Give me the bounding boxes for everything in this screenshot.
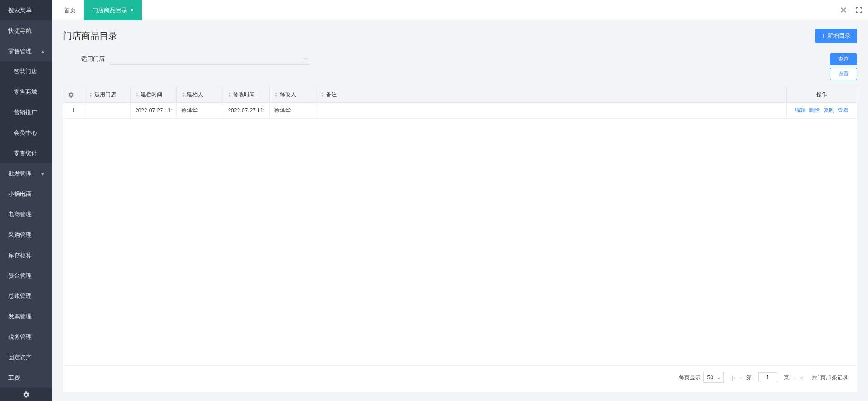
fullscreen-button[interactable] <box>853 5 864 15</box>
row-modifier[interactable]: 徐泽华 <box>269 103 316 119</box>
sidebar-item-label: 智慧门店 <box>14 68 37 75</box>
caret-down-icon: ▼ <box>40 163 45 184</box>
sidebar-item-label: 发票管理 <box>8 313 32 320</box>
main: 首页 门店商品目录 × 门店商品目录 + 新增目录 <box>52 0 868 401</box>
col-created-header[interactable]: ▲▼建档时间 <box>131 87 177 103</box>
sidebar-item-inventory[interactable]: 库存核算 <box>0 245 52 265</box>
sidebar-item-label: 工资 <box>8 374 20 381</box>
sidebar-item-label: 零售商城 <box>14 88 37 95</box>
sidebar-item-fixed-assets[interactable]: 固定资产 <box>0 347 52 367</box>
row-index: 1 <box>63 103 84 119</box>
sidebar-item-label: 资金管理 <box>8 272 32 279</box>
filter-lookup-icon[interactable]: ··· <box>301 55 308 63</box>
per-page-label: 每页显示 <box>679 374 701 381</box>
tab-store-catalog[interactable]: 门店商品目录 × <box>84 0 142 20</box>
tabs-bar: 首页 门店商品目录 × <box>52 0 868 20</box>
page-prefix: 第 <box>746 374 752 381</box>
sidebar-item-quick-nav[interactable]: 快捷导航 <box>0 20 52 41</box>
catalog-table: ▲▼适用门店 ▲▼建档时间 ▲▼建档人 ▲▼修改时间 ▲▼修改人 ▲▼备注 操作… <box>63 87 857 119</box>
add-catalog-button[interactable]: + 新增目录 <box>815 29 857 43</box>
sidebar-item-retail-mall[interactable]: 零售商城 <box>0 82 52 102</box>
pagination: 每页显示 50 ⌄ |‹ ‹ 第 页 › ›| 共1页, 1条记录 <box>63 365 857 392</box>
sidebar-item-label: 批发管理 <box>8 170 32 177</box>
sidebar-item-wholesale[interactable]: 批发管理 ▼ <box>0 163 52 184</box>
next-page-button[interactable]: › <box>794 374 795 381</box>
sidebar-item-label: 固定资产 <box>8 354 32 361</box>
table-row[interactable]: 1 2022-07-27 11: 徐泽华 2022-07-27 11: 徐泽华 … <box>63 103 857 119</box>
sidebar-item-label: 营销推广 <box>14 109 37 116</box>
sidebar-item-invoice[interactable]: 发票管理 <box>0 306 52 327</box>
sidebar-item-label: 快捷导航 <box>8 27 32 34</box>
page-suffix: 页 <box>784 374 789 381</box>
col-settings-header[interactable] <box>63 87 84 103</box>
sidebar-item-label: 零售统计 <box>14 150 37 156</box>
edit-link[interactable]: 编辑 <box>795 107 806 113</box>
filter-row: 适用门店 ··· 查询 设置 <box>52 49 868 87</box>
sidebar: 搜索菜单 快捷导航 零售管理 ▲ 智慧门店 零售商城 营销推广 会员中心 零售统… <box>0 0 52 401</box>
tab-close-icon[interactable]: × <box>130 7 134 13</box>
sidebar-item-finance[interactable]: 资金管理 <box>0 265 52 286</box>
first-page-button[interactable]: |‹ <box>732 374 736 381</box>
sidebar-item-label: 电商管理 <box>8 211 32 218</box>
sidebar-item-smart-store[interactable]: 智慧门店 <box>0 61 52 82</box>
row-store <box>84 103 131 119</box>
sidebar-item-label: 零售管理 <box>8 48 32 54</box>
col-label: 建档时间 <box>141 91 162 98</box>
row-note <box>316 103 786 119</box>
filter-store-label: 适用门店 <box>81 55 105 63</box>
settings-button[interactable]: 设置 <box>830 68 857 80</box>
sidebar-item-retail-mgmt[interactable]: 零售管理 ▲ <box>0 41 52 61</box>
delete-link[interactable]: 删除 <box>809 107 820 113</box>
sidebar-item-label: 搜索菜单 <box>8 7 32 14</box>
sort-icon: ▲▼ <box>228 92 231 98</box>
chevron-down-icon: ⌄ <box>717 375 721 380</box>
sidebar-item-xiaochang-ec[interactable]: 小畅电商 <box>0 184 52 204</box>
view-link[interactable]: 查看 <box>838 107 848 113</box>
col-modified-header[interactable]: ▲▼修改时间 <box>223 87 269 103</box>
sidebar-item-member-center[interactable]: 会员中心 <box>0 122 52 143</box>
button-label: 新增目录 <box>827 32 851 40</box>
sidebar-item-marketing[interactable]: 营销推广 <box>0 102 52 122</box>
sort-icon: ▲▼ <box>321 92 324 98</box>
sidebar-item-purchase-mgmt[interactable]: 采购管理 <box>0 225 52 245</box>
caret-up-icon: ▲ <box>40 41 45 61</box>
sidebar-item-label: 会员中心 <box>14 129 37 136</box>
sort-icon: ▲▼ <box>89 92 93 98</box>
copy-link[interactable]: 复制 <box>824 107 834 113</box>
col-store-header[interactable]: ▲▼适用门店 <box>84 87 131 103</box>
col-creator-header[interactable]: ▲▼建档人 <box>177 87 223 103</box>
table-wrap: ▲▼适用门店 ▲▼建档时间 ▲▼建档人 ▲▼修改时间 ▲▼修改人 ▲▼备注 操作… <box>63 87 857 365</box>
sidebar-item-tax[interactable]: 税务管理 <box>0 327 52 347</box>
tab-label: 门店商品目录 <box>92 0 127 20</box>
row-creator[interactable]: 徐泽华 <box>177 103 223 119</box>
close-icon <box>840 6 847 14</box>
col-modifier-header[interactable]: ▲▼修改人 <box>269 87 316 103</box>
sidebar-item-label: 小畅电商 <box>8 191 32 197</box>
sidebar-item-salary[interactable]: 工资 <box>0 367 52 388</box>
last-page-button[interactable]: ›| <box>800 374 804 381</box>
close-all-tabs-button[interactable] <box>838 5 849 15</box>
sidebar-item-label: 总账管理 <box>8 293 32 299</box>
sidebar-item-retail-stats[interactable]: 零售统计 <box>0 143 52 163</box>
tab-label: 首页 <box>64 0 76 20</box>
page-input[interactable] <box>758 372 777 382</box>
col-label: 适用门店 <box>94 91 116 98</box>
pagination-summary: 共1页, 1条记录 <box>812 374 848 381</box>
tab-home[interactable]: 首页 <box>56 0 84 20</box>
sidebar-item-ledger[interactable]: 总账管理 <box>0 286 52 306</box>
sidebar-item-label: 库存核算 <box>8 252 32 259</box>
prev-page-button[interactable]: ‹ <box>740 374 742 381</box>
sidebar-item-search-menu[interactable]: 搜索菜单 <box>0 0 52 20</box>
filter-store-input[interactable] <box>110 53 310 65</box>
per-page-select[interactable]: 50 ⌄ <box>703 372 724 383</box>
col-label: 备注 <box>326 91 337 98</box>
plus-icon: + <box>822 33 825 39</box>
sort-icon: ▲▼ <box>135 92 139 98</box>
query-button[interactable]: 查询 <box>830 53 857 65</box>
sidebar-item-label: 税务管理 <box>8 333 32 340</box>
sidebar-item-ec-mgmt[interactable]: 电商管理 <box>0 204 52 225</box>
page-header: 门店商品目录 + 新增目录 <box>52 20 868 49</box>
sidebar-settings[interactable] <box>0 388 52 401</box>
col-note-header[interactable]: ▲▼备注 <box>316 87 786 103</box>
col-actions-header: 操作 <box>787 87 857 103</box>
